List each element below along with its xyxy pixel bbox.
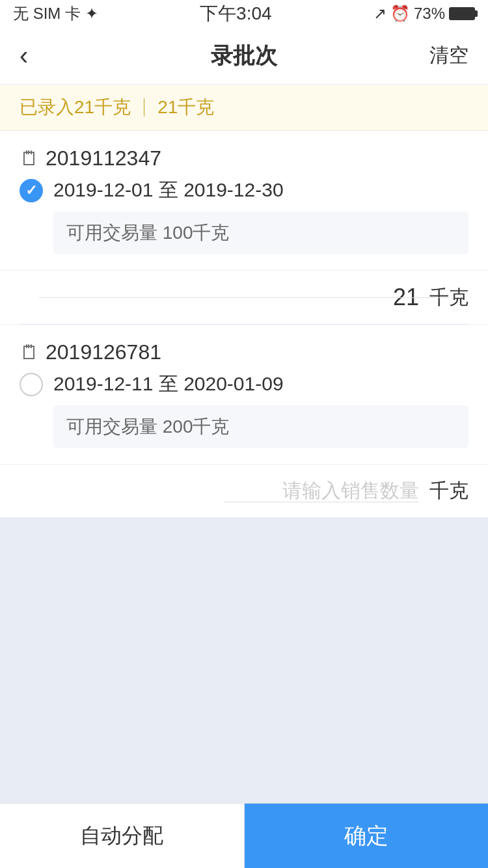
batch2-header: 🗒 2019126781	[20, 340, 468, 364]
total-amount: 21千克	[157, 95, 214, 120]
batch1-available: 可用交易量 100千克	[53, 211, 468, 254]
auto-distribute-button[interactable]: 自动分配	[0, 804, 245, 868]
batch2-number: 2019126781	[46, 340, 161, 364]
batch2-date: 2019-12-11 至 2020-01-09	[53, 371, 284, 398]
banner-divider	[144, 98, 144, 116]
batch2-available: 可用交易量 200千克	[53, 405, 468, 448]
batch1-date-row: 2019-12-01 至 2019-12-30	[20, 177, 468, 204]
back-button[interactable]: ‹	[20, 41, 59, 70]
batch1-radio[interactable]	[20, 179, 43, 202]
status-time: 下午3:04	[200, 1, 272, 26]
batch1-icon: 🗒	[20, 148, 39, 170]
clear-button[interactable]: 清空	[429, 42, 468, 69]
batch2-quantity-row: 千克	[0, 464, 488, 517]
batch-item-1: 🗒 2019112347 2019-12-01 至 2019-12-30 可用交…	[0, 131, 488, 270]
batch2-icon: 🗒	[20, 342, 39, 364]
status-right: ↗ ⏰ 73%	[373, 5, 475, 23]
batch2-quantity-unit: 千克	[429, 478, 468, 504]
batch2-date-row: 2019-12-11 至 2020-01-09	[20, 371, 468, 398]
batch1-quantity-row: 21 千克	[0, 270, 488, 324]
batch1-number: 2019112347	[46, 146, 161, 170]
status-bar: 无 SIM 卡 ✦ 下午3:04 ↗ ⏰ 73%	[0, 0, 488, 27]
batch2-radio[interactable]	[20, 373, 43, 396]
battery-percent: 73%	[414, 5, 445, 23]
batch2-quantity-input[interactable]	[224, 480, 419, 502]
info-banner: 已录入21千克 21千克	[0, 85, 488, 131]
nav-bar: ‹ 录批次 清空	[0, 27, 488, 85]
footer: 自动分配 确定	[0, 803, 488, 868]
status-left: 无 SIM 卡 ✦	[13, 3, 98, 24]
recorded-amount: 已录入21千克	[20, 95, 131, 120]
clock-icon: ⏰	[390, 5, 410, 23]
empty-area	[0, 517, 488, 810]
batch-item-2: 🗒 2019126781 2019-12-11 至 2020-01-09 可用交…	[0, 325, 488, 464]
location-icon: ↗	[373, 5, 386, 23]
battery-icon	[449, 7, 475, 20]
confirm-button[interactable]: 确定	[245, 804, 489, 868]
page-title: 录批次	[211, 41, 277, 71]
signal-text: 无 SIM 卡 ✦	[13, 3, 98, 24]
batch1-date: 2019-12-01 至 2019-12-30	[53, 177, 284, 204]
batch1-header: 🗒 2019112347	[20, 146, 468, 170]
